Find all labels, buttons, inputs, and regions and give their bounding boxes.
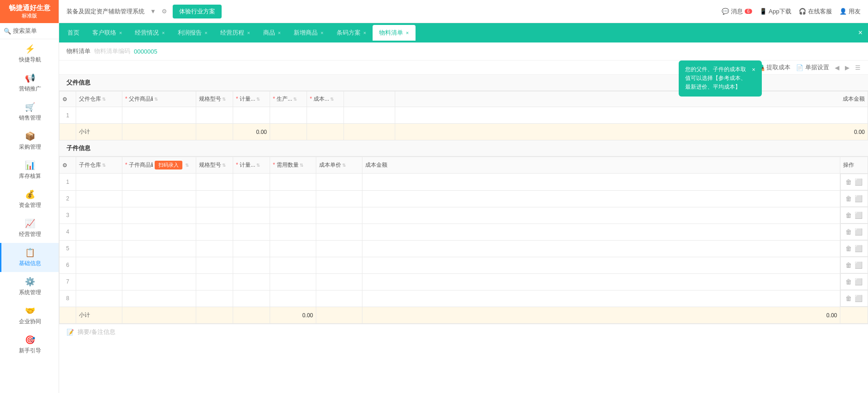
child-row-7-unit[interactable] bbox=[233, 273, 270, 290]
child-row-1-product[interactable] bbox=[122, 174, 196, 191]
nav-next-icon[interactable]: ▶ bbox=[845, 64, 850, 71]
delete-icon-3[interactable]: 🗑 bbox=[845, 212, 852, 219]
child-row-6-product[interactable] bbox=[122, 257, 196, 273]
sidebar-item-enterprise[interactable]: 🤝 企业协同 bbox=[0, 301, 59, 330]
search-menu-item[interactable]: 🔍 搜索菜单 bbox=[0, 23, 59, 39]
child-row-4-unit[interactable] bbox=[233, 224, 270, 240]
tab-bom-close[interactable]: × bbox=[406, 30, 409, 36]
child-row-7-unitcost[interactable] bbox=[316, 273, 362, 290]
child-row-2-qty[interactable] bbox=[270, 190, 316, 207]
child-row-4-product[interactable] bbox=[122, 224, 196, 240]
child-row-7-warehouse[interactable] bbox=[76, 273, 122, 290]
child-row-8-warehouse[interactable] bbox=[76, 290, 122, 307]
tab-barcode-close[interactable]: × bbox=[363, 30, 366, 36]
child-row-4-warehouse[interactable] bbox=[76, 224, 122, 240]
tab-profit-close[interactable]: × bbox=[205, 30, 207, 36]
child-row-6-unitcost[interactable] bbox=[316, 257, 362, 273]
delete-icon-8[interactable]: 🗑 bbox=[845, 295, 852, 302]
copy-icon-2[interactable]: ⬜ bbox=[855, 195, 862, 202]
child-row-2-product[interactable] bbox=[122, 190, 196, 207]
user-item[interactable]: 👤 用友 bbox=[839, 7, 861, 16]
settings-icon[interactable]: ⚙ bbox=[162, 8, 167, 15]
copy-icon-3[interactable]: ⬜ bbox=[855, 212, 862, 219]
child-row-7-product[interactable] bbox=[122, 273, 196, 290]
child-row-3-spec[interactable] bbox=[196, 207, 233, 224]
trial-button[interactable]: 体验行业方案 bbox=[173, 5, 222, 18]
tab-barcode[interactable]: 条码方案 × bbox=[330, 25, 373, 41]
sidebar-item-basic[interactable]: 📋 基础信息 bbox=[0, 243, 59, 272]
sidebar-item-inventory[interactable]: 📊 库存核算 bbox=[0, 156, 59, 185]
parent-row-1-production[interactable] bbox=[270, 107, 307, 124]
child-row-3-unit[interactable] bbox=[233, 207, 270, 224]
copy-icon-7[interactable]: ⬜ bbox=[855, 278, 862, 285]
child-row-3-warehouse[interactable] bbox=[76, 207, 122, 224]
child-row-3-unitcost[interactable] bbox=[316, 207, 362, 224]
child-row-5-unitcost[interactable] bbox=[316, 240, 362, 257]
online-service-item[interactable]: 🎧 在线客服 bbox=[799, 7, 832, 16]
parent-row-1-product[interactable] bbox=[122, 107, 196, 124]
child-row-6-qty[interactable] bbox=[270, 257, 316, 273]
tab-product-close[interactable]: × bbox=[278, 30, 281, 36]
copy-icon-5[interactable]: ⬜ bbox=[855, 245, 862, 252]
tab-home[interactable]: 首页 bbox=[61, 25, 86, 41]
child-row-1-unit[interactable] bbox=[233, 174, 270, 191]
tab-history[interactable]: 经营历程 × bbox=[214, 25, 256, 41]
parent-row-1-warehouse[interactable] bbox=[76, 107, 122, 124]
single-settings-item[interactable]: 📄 单据设置 bbox=[796, 63, 829, 72]
child-row-5-warehouse[interactable] bbox=[76, 240, 122, 257]
sidebar-item-guide[interactable]: 🎯 新手引导 bbox=[0, 330, 59, 359]
child-row-2-unit[interactable] bbox=[233, 190, 270, 207]
parent-row-1-unit[interactable] bbox=[233, 107, 270, 124]
copy-icon-8[interactable]: ⬜ bbox=[855, 295, 862, 302]
delete-icon-4[interactable]: 🗑 bbox=[845, 228, 852, 236]
child-row-2-warehouse[interactable] bbox=[76, 190, 122, 207]
delete-icon-1[interactable]: 🗑 bbox=[845, 178, 852, 186]
message-item[interactable]: 💬 消息 6 bbox=[722, 7, 752, 16]
tab-product[interactable]: 商品 × bbox=[257, 25, 287, 41]
scan-button[interactable]: 扫码录入 bbox=[155, 161, 182, 169]
parent-row-1-spec[interactable] bbox=[196, 107, 233, 124]
tabs-close-button[interactable]: × bbox=[855, 29, 866, 37]
copy-icon-6[interactable]: ⬜ bbox=[855, 261, 862, 269]
child-row-5-qty[interactable] bbox=[270, 240, 316, 257]
child-row-8-unit[interactable] bbox=[233, 290, 270, 307]
child-row-1-spec[interactable] bbox=[196, 174, 233, 191]
copy-icon-1[interactable]: ⬜ bbox=[855, 178, 862, 186]
child-row-2-unitcost[interactable] bbox=[316, 190, 362, 207]
child-row-8-spec[interactable] bbox=[196, 290, 233, 307]
parent-th-settings[interactable]: ⚙ bbox=[60, 91, 76, 107]
tab-new-product[interactable]: 新增商品 × bbox=[287, 25, 330, 41]
child-row-8-product[interactable] bbox=[122, 290, 196, 307]
sidebar-item-marketing[interactable]: 📢 营销推广 bbox=[0, 68, 59, 97]
child-row-6-warehouse[interactable] bbox=[76, 257, 122, 273]
child-row-4-qty[interactable] bbox=[270, 224, 316, 240]
child-row-3-qty[interactable] bbox=[270, 207, 316, 224]
dropdown-icon[interactable]: ▼ bbox=[150, 8, 156, 15]
child-row-4-spec[interactable] bbox=[196, 224, 233, 240]
delete-icon-5[interactable]: 🗑 bbox=[845, 245, 852, 252]
tab-profit[interactable]: 利润报告 × bbox=[171, 25, 214, 41]
sidebar-item-quick[interactable]: ⚡ 快捷导航 bbox=[0, 39, 59, 68]
child-row-8-unitcost[interactable] bbox=[316, 290, 362, 307]
sidebar-item-sales[interactable]: 🛒 销售管理 bbox=[0, 97, 59, 127]
child-row-6-unit[interactable] bbox=[233, 257, 270, 273]
sidebar-item-operation[interactable]: 📈 经营管理 bbox=[0, 214, 59, 243]
tab-operation[interactable]: 经营情况 × bbox=[128, 25, 171, 41]
child-row-1-qty[interactable] bbox=[270, 174, 316, 191]
child-row-4-unitcost[interactable] bbox=[316, 224, 362, 240]
app-download-item[interactable]: 📱 App下载 bbox=[760, 7, 791, 16]
copy-icon-4[interactable]: ⬜ bbox=[855, 228, 862, 236]
tab-new-product-close[interactable]: × bbox=[320, 30, 323, 36]
tab-customer[interactable]: 客户联络 × bbox=[86, 25, 128, 41]
child-row-5-spec[interactable] bbox=[196, 240, 233, 257]
delete-icon-6[interactable]: 🗑 bbox=[845, 261, 852, 269]
note-placeholder[interactable]: 摘要/备注信息 bbox=[78, 328, 115, 336]
delete-icon-7[interactable]: 🗑 bbox=[845, 278, 852, 285]
tab-customer-close[interactable]: × bbox=[119, 30, 122, 36]
tab-bom[interactable]: 物料清单 × bbox=[373, 25, 415, 41]
delete-icon-2[interactable]: 🗑 bbox=[845, 195, 852, 202]
child-row-1-unitcost[interactable] bbox=[316, 174, 362, 191]
child-th-settings[interactable]: ⚙ bbox=[60, 157, 76, 174]
breadcrumb-parent[interactable]: 物料清单 bbox=[66, 47, 90, 55]
child-row-2-spec[interactable] bbox=[196, 190, 233, 207]
